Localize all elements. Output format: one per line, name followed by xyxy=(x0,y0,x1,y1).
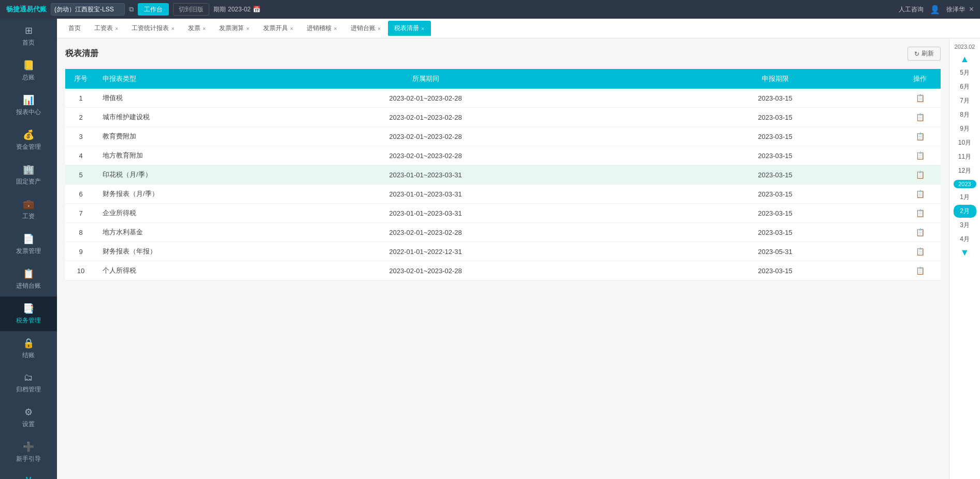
cell-action: 📋 xyxy=(899,261,941,280)
asset-icon: 🏢 xyxy=(23,164,34,175)
table-row: 10 个人所得税 2023-02-01~2023-02-28 2023-03-1… xyxy=(65,261,941,280)
sidebar-item-closing[interactable]: 🔒 结账 xyxy=(0,331,57,366)
tab-tax-register-close[interactable]: × xyxy=(421,25,424,32)
cell-period: 2023-01-01~2023-03-31 xyxy=(200,185,651,204)
tab-payroll-close[interactable]: × xyxy=(115,25,118,32)
sidebar-label-settings: 设置 xyxy=(22,420,35,429)
tax-table: 序号 申报表类型 所属期间 申报期限 操作 1 增值税 2023-02-01~2… xyxy=(65,69,941,280)
action-view-icon[interactable]: 📋 xyxy=(916,247,925,256)
tab-home[interactable]: 首页 xyxy=(62,21,87,36)
sidebar-item-archive[interactable]: 🗂 归档管理 xyxy=(0,366,57,400)
tab-invoice-calc-close[interactable]: × xyxy=(246,25,249,32)
cell-deadline: 2023-03-15 xyxy=(651,127,899,146)
ai-consult-link[interactable]: 人工咨询 xyxy=(899,5,924,14)
cell-no: 10 xyxy=(65,261,96,280)
cell-action: 📋 xyxy=(899,89,941,108)
period-label: 期期 2023-02 📅 xyxy=(213,5,261,14)
cell-action: 📋 xyxy=(899,146,941,165)
refresh-button[interactable]: ↻ 刷新 xyxy=(907,47,941,61)
action-view-icon[interactable]: 📋 xyxy=(916,209,925,217)
sidebar-item-salary[interactable]: 💼 工资 xyxy=(0,192,57,227)
archive-icon: 🗂 xyxy=(24,372,33,383)
tab-purchase-review[interactable]: 进销稽核 × xyxy=(300,21,343,36)
sidebar-item-asset[interactable]: 🏢 固定资产 xyxy=(0,158,57,192)
sidebar-item-tax[interactable]: 📑 税务管理 xyxy=(0,297,57,331)
cell-no: 8 xyxy=(65,223,96,242)
sidebar-item-ledger[interactable]: 📒 总账 xyxy=(0,53,57,88)
sidebar-item-purchase[interactable]: 📋 进销台账 xyxy=(0,262,57,297)
guide-icon: ➕ xyxy=(23,441,34,453)
tab-invoice-open[interactable]: 发票开具 × xyxy=(257,21,299,36)
action-view-icon[interactable]: 📋 xyxy=(916,94,925,102)
top-bar: 畅捷通易代账 (勿动）江西股宝-LSS ⧉ 工作台 切到旧版 期期 2023-0… xyxy=(0,0,980,19)
workbench-button[interactable]: 工作台 xyxy=(138,3,169,16)
tab-tax-register[interactable]: 税表清册 × xyxy=(388,21,430,36)
switch-view-button[interactable]: 切到旧版 xyxy=(173,3,209,16)
tab-invoice-calc[interactable]: 发票测算 × xyxy=(213,21,255,36)
cell-period: 2023-02-01~2023-02-28 xyxy=(200,127,651,146)
tab-purchase-review-close[interactable]: × xyxy=(334,25,337,32)
timeline-month-12[interactable]: 12月 xyxy=(954,164,976,177)
cell-action: 📋 xyxy=(899,223,941,242)
action-view-icon[interactable]: 📋 xyxy=(916,228,925,236)
settings-icon: ⚙ xyxy=(24,406,33,418)
timeline-month-1[interactable]: 1月 xyxy=(954,191,976,204)
tab-payroll[interactable]: 工资表 × xyxy=(88,21,124,36)
cell-period: 2023-01-01~2023-03-31 xyxy=(200,204,651,223)
action-view-icon[interactable]: 📋 xyxy=(916,190,925,198)
timeline-month-4[interactable]: 4月 xyxy=(954,233,976,246)
sidebar-item-home[interactable]: ⊞ 首页 xyxy=(0,19,57,53)
timeline-month-9[interactable]: 9月 xyxy=(954,122,976,135)
tab-invoice-close[interactable]: × xyxy=(203,25,206,32)
cell-period: 2023-02-01~2023-02-28 xyxy=(200,89,651,108)
sidebar-label-asset: 固定资产 xyxy=(16,177,41,186)
sidebar-item-invoice[interactable]: 📄 发票管理 xyxy=(0,227,57,262)
timeline-down-button[interactable]: ▼ xyxy=(960,247,970,258)
cell-deadline: 2023-03-15 xyxy=(651,165,899,185)
sidebar-label-tax: 税务管理 xyxy=(16,316,41,325)
action-view-icon[interactable]: 📋 xyxy=(916,113,925,121)
action-view-icon[interactable]: 📋 xyxy=(916,132,925,140)
action-view-icon[interactable]: 📋 xyxy=(916,171,925,179)
main-layout: ⊞ 首页 📒 总账 📊 报表中心 💰 资金管理 🏢 固定资产 💼 工资 📄 发票… xyxy=(0,19,980,479)
sidebar-label-report: 报表中心 xyxy=(16,108,41,117)
closing-icon: 🔒 xyxy=(23,337,34,349)
sidebar-item-settings[interactable]: ⚙ 设置 xyxy=(0,400,57,435)
tab-invoice-label: 发票 xyxy=(188,24,200,33)
fund-icon: 💰 xyxy=(23,129,34,140)
cell-type: 教育费附加 xyxy=(96,127,200,146)
sidebar-item-vip[interactable]: V 畅会员 xyxy=(0,470,57,479)
timeline-up-button[interactable]: ▲ xyxy=(960,54,970,65)
tab-invoice[interactable]: 发票 × xyxy=(182,21,212,36)
tab-payroll-stats-close[interactable]: × xyxy=(171,25,174,32)
tab-purchase-ledger-close[interactable]: × xyxy=(378,25,381,32)
tab-invoice-calc-label: 发票测算 xyxy=(219,24,244,33)
sidebar-item-report[interactable]: 📊 报表中心 xyxy=(0,88,57,123)
window-close-button[interactable]: × xyxy=(969,5,974,14)
timeline-month-10[interactable]: 10月 xyxy=(954,136,976,149)
action-view-icon[interactable]: 📋 xyxy=(916,266,925,275)
tab-invoice-open-close[interactable]: × xyxy=(290,25,293,32)
tab-purchase-ledger[interactable]: 进销台账 × xyxy=(344,21,387,36)
tab-payroll-label: 工资表 xyxy=(94,24,113,33)
action-view-icon[interactable]: 📋 xyxy=(916,151,925,160)
calendar-icon[interactable]: 📅 xyxy=(253,6,261,13)
tab-payroll-stats[interactable]: 工资统计报表 × xyxy=(125,21,180,36)
timeline-year-2023[interactable]: 2023 xyxy=(954,180,976,188)
sidebar-label-ledger: 总账 xyxy=(22,73,35,82)
timeline-month-11[interactable]: 11月 xyxy=(954,150,976,163)
timeline-month-6[interactable]: 6月 xyxy=(954,80,976,93)
ledger-icon: 📒 xyxy=(23,60,34,71)
company-select[interactable]: (勿动）江西股宝-LSS xyxy=(51,3,125,16)
period-text: 期期 xyxy=(213,5,226,14)
cell-period: 2023-02-01~2023-02-28 xyxy=(200,146,651,165)
timeline-month-3[interactable]: 3月 xyxy=(954,219,976,232)
timeline-month-5[interactable]: 5月 xyxy=(954,66,976,79)
sidebar-item-guide[interactable]: ➕ 新手引导 xyxy=(0,435,57,470)
tab-tax-register-label: 税表清册 xyxy=(394,24,419,33)
timeline-month-8[interactable]: 8月 xyxy=(954,108,976,121)
col-type: 申报表类型 xyxy=(96,69,200,89)
sidebar-item-fund[interactable]: 💰 资金管理 xyxy=(0,123,57,158)
timeline-month-7[interactable]: 7月 xyxy=(954,94,976,107)
timeline-month-2[interactable]: 2月 xyxy=(954,205,976,218)
